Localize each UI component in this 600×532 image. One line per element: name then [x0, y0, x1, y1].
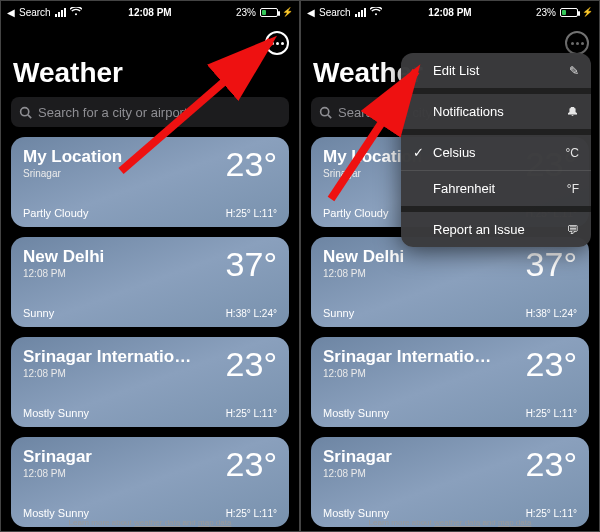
- search-icon: [319, 106, 332, 119]
- location-highlow: H:38° L:24°: [226, 308, 277, 319]
- location-temp: 23°: [226, 147, 277, 181]
- wifi-icon: [370, 7, 382, 18]
- ellipsis-icon: [571, 42, 584, 45]
- wifi-icon: [70, 7, 82, 18]
- status-time: 12:08 PM: [128, 7, 171, 18]
- menu-item-fahrenheit[interactable]: Fahrenheit °F: [401, 171, 591, 212]
- location-condition: Mostly Sunny: [23, 407, 89, 419]
- back-chevron-icon[interactable]: ◀: [307, 7, 315, 18]
- battery-icon: [260, 8, 278, 17]
- charging-icon: ⚡: [582, 7, 593, 17]
- cellular-signal-icon: [355, 8, 366, 17]
- pencil-icon: ✎: [569, 64, 579, 78]
- location-highlow: H:25° L:11°: [526, 408, 577, 419]
- location-subtitle: 12:08 PM: [323, 368, 493, 379]
- location-subtitle: Srinagar: [23, 168, 122, 179]
- checkmark-icon: ✓: [413, 145, 425, 160]
- location-name: Srinagar Internation...: [323, 347, 493, 367]
- location-name: Srinagar: [323, 447, 392, 467]
- locations-list: My LocationSrinagar23° Partly CloudyH:25…: [1, 137, 299, 527]
- location-subtitle: 12:08 PM: [23, 468, 92, 479]
- more-menu-button[interactable]: [265, 31, 289, 55]
- location-temp: 23°: [226, 347, 277, 381]
- location-temp: 37°: [526, 247, 577, 281]
- location-name: Srinagar Internation...: [23, 347, 193, 367]
- location-card[interactable]: New Delhi12:08 PM37° SunnyH:38° L:24°: [11, 237, 289, 327]
- battery-pct: 23%: [236, 7, 256, 18]
- search-placeholder: Search for a city or airport: [38, 105, 188, 120]
- location-subtitle: 12:08 PM: [323, 468, 392, 479]
- svg-point-0: [21, 107, 29, 115]
- location-name: New Delhi: [23, 247, 104, 267]
- battery-pct: 23%: [536, 7, 556, 18]
- speech-bubble-icon: 💬︎: [567, 223, 579, 237]
- location-highlow: H:25° L:11°: [226, 408, 277, 419]
- more-menu-button[interactable]: [565, 31, 589, 55]
- location-highlow: H:25° L:11°: [226, 208, 277, 219]
- location-condition: Sunny: [323, 307, 354, 319]
- charging-icon: ⚡: [282, 7, 293, 17]
- location-condition: Sunny: [23, 307, 54, 319]
- svg-point-3: [321, 107, 329, 115]
- location-card[interactable]: New Delhi12:08 PM37° SunnyH:38° L:24°: [311, 237, 589, 327]
- location-temp: 23°: [226, 447, 277, 481]
- location-temp: 37°: [226, 247, 277, 281]
- weather-data-link[interactable]: weather data: [134, 518, 180, 527]
- status-bar: ◀ Search 12:08 PM 23% ⚡: [1, 1, 299, 23]
- location-highlow: H:38° L:24°: [526, 308, 577, 319]
- weather-data-link[interactable]: weather data: [434, 518, 480, 527]
- status-back-label[interactable]: Search: [19, 7, 51, 18]
- map-data-link[interactable]: map data: [198, 518, 231, 527]
- phone-right: ◀ Search 12:08 PM 23% ⚡ Weather Search f…: [300, 0, 600, 532]
- location-card[interactable]: Srinagar Internation...12:08 PM23° Mostl…: [11, 337, 289, 427]
- location-condition: Partly Cloudy: [23, 207, 88, 219]
- status-back-label[interactable]: Search: [319, 7, 351, 18]
- back-chevron-icon[interactable]: ◀: [7, 7, 15, 18]
- location-subtitle: 12:08 PM: [23, 268, 104, 279]
- ellipsis-icon: [271, 42, 284, 45]
- page-title: Weather: [1, 23, 299, 97]
- footer-text: Learn more about weather data and map da…: [301, 518, 599, 527]
- svg-line-1: [28, 114, 31, 117]
- svg-line-4: [328, 114, 331, 117]
- status-bar: ◀ Search 12:08 PM 23% ⚡: [301, 1, 599, 23]
- map-data-link[interactable]: map data: [498, 518, 531, 527]
- fahrenheit-symbol: °F: [567, 182, 579, 196]
- search-input[interactable]: Search for a city or airport: [11, 97, 289, 127]
- phone-left: ◀ Search 12:08 PM 23% ⚡ Weather Search f…: [0, 0, 300, 532]
- location-condition: Mostly Sunny: [323, 407, 389, 419]
- location-card[interactable]: My LocationSrinagar23° Partly CloudyH:25…: [11, 137, 289, 227]
- menu-item-celsius[interactable]: ✓Celsius °C: [401, 135, 591, 171]
- more-menu-popover: Edit List ✎ Notifications 🔔︎ ✓Celsius °C…: [401, 53, 591, 247]
- location-temp: 23°: [526, 347, 577, 381]
- location-subtitle: 12:08 PM: [23, 368, 193, 379]
- menu-item-notifications[interactable]: Notifications 🔔︎: [401, 94, 591, 135]
- celsius-symbol: °C: [566, 146, 579, 160]
- location-name: My Location: [23, 147, 122, 167]
- footer-text: Learn more about weather data and map da…: [1, 518, 299, 527]
- cellular-signal-icon: [55, 8, 66, 17]
- location-name: New Delhi: [323, 247, 404, 267]
- location-card[interactable]: Srinagar12:08 PM23° Mostly SunnyH:25° L:…: [11, 437, 289, 527]
- search-icon: [19, 106, 32, 119]
- battery-icon: [560, 8, 578, 17]
- menu-item-edit-list[interactable]: Edit List ✎: [401, 53, 591, 94]
- bell-icon: 🔔︎: [567, 105, 579, 119]
- status-time: 12:08 PM: [428, 7, 471, 18]
- location-subtitle: 12:08 PM: [323, 268, 404, 279]
- location-condition: Partly Cloudy: [323, 207, 388, 219]
- location-temp: 23°: [526, 447, 577, 481]
- location-card[interactable]: Srinagar12:08 PM23° Mostly SunnyH:25° L:…: [311, 437, 589, 527]
- location-name: Srinagar: [23, 447, 92, 467]
- location-card[interactable]: Srinagar Internation...12:08 PM23° Mostl…: [311, 337, 589, 427]
- menu-item-report-issue[interactable]: Report an Issue 💬︎: [401, 212, 591, 247]
